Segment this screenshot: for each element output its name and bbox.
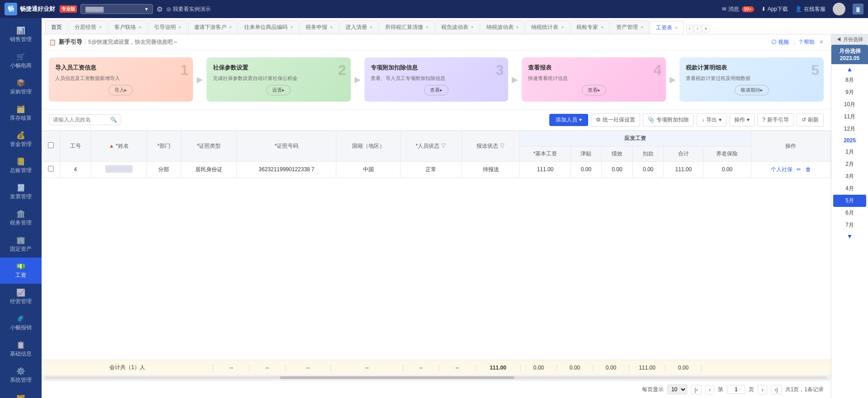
close-icon[interactable]: × [229,25,232,30]
online-service-btn[interactable]: 👤 在线客服 [795,5,826,13]
sidebar-item-invoice[interactable]: 🧾 发票管理 [0,179,42,205]
close-icon[interactable]: × [471,25,474,30]
tab-close-all-btn[interactable]: × [702,25,710,33]
app-download-btn[interactable]: ⬇ App下载 [761,5,788,13]
step-btn-1[interactable]: 导入▸ [108,85,133,95]
close-icon[interactable]: × [330,25,333,30]
month-5[interactable]: 5月 [833,195,866,207]
first-page-btn[interactable]: |‹ [691,385,702,394]
last-page-btn[interactable]: ›| [771,385,782,394]
close-icon[interactable]: × [641,25,643,30]
next-page-btn[interactable]: › [758,385,767,394]
video-link[interactable]: ◎ 视频 [771,38,789,46]
tab-tax-expert[interactable]: 税检专家 × [571,20,609,34]
close-icon[interactable]: × [139,25,142,30]
tab-clearance[interactable]: 进入清册 × [340,20,378,34]
gear-icon[interactable]: ⚙ [156,5,163,14]
tab-guide[interactable]: 引导说明 × [148,20,187,34]
scroll-bar-track[interactable] [45,376,827,379]
sidebar-item-payroll[interactable]: 💵 工资 [0,258,42,284]
message-btn[interactable]: ✉ 消息 99+ [722,5,754,13]
scroll-up-btn[interactable]: ▲ [831,64,868,74]
search-input[interactable] [53,117,108,123]
sidebar-item-expense[interactable]: 🧳 小畅报销 [0,310,42,336]
close-icon[interactable]: × [290,25,293,30]
month-1[interactable]: 1月 [831,146,868,158]
tab-tax-burden[interactable]: 税负波动表 × [435,20,480,34]
user-menu[interactable]: ▓ [853,4,863,14]
import-btn[interactable]: 导入▸ [108,85,133,95]
company-selector[interactable]: ▓▓▓▓▓ ▾ [80,4,153,14]
coming-soon-btn[interactable]: 敬请期待▸ [735,85,769,95]
sidebar-item-inventory[interactable]: 🗂️ 库存核算 [0,100,42,126]
month-6[interactable]: 6月 [831,207,868,219]
close-icon[interactable]: × [601,25,604,30]
sidebar-item-system[interactable]: ⚙️ 系统管理 [0,362,42,389]
tab-customer[interactable]: 客户联络 × [108,20,147,34]
search-icon[interactable]: 🔍 [110,117,117,123]
sidebar-item-assets[interactable]: 🏢 固定资产 [0,231,42,258]
tab-invite[interactable]: 邀请下游客户 × [188,20,238,34]
tab-home[interactable]: 首页 [45,20,68,34]
scroll-down-btn[interactable]: ▼ [831,231,868,241]
add-person-btn[interactable]: 添加人员 ▾ [549,114,588,126]
tab-asset-mgmt[interactable]: 资产管理 × [610,20,649,34]
month-7[interactable]: 7月 [831,219,868,231]
special-deduction-btn[interactable]: 📎 专项附加扣除 [643,113,694,126]
tab-hierarchical[interactable]: 分层经营 × [69,20,108,34]
edit-icon[interactable]: ✏ [797,166,801,173]
sidebar-item-finance[interactable]: 💰 资金管理 [0,126,42,153]
panel-collapse-btn[interactable]: ◀ 月份选择 [831,34,868,45]
month-4[interactable]: 4月 [831,183,868,195]
tab-tax-return[interactable]: 税务申报 × [300,20,339,34]
search-box[interactable]: 🔍 [49,114,121,125]
sidebar-item-operations[interactable]: 📈 经营管理 [0,284,42,310]
prev-page-btn[interactable]: ‹ [705,385,714,394]
refresh-btn[interactable]: ↺ 刷新 [797,113,824,126]
new-guide-btn[interactable]: ? 新手引导 [757,113,794,126]
social-security-setting-btn[interactable]: ⚙ 统一社保设置 [591,113,640,126]
tab-income-tax[interactable]: 所得税汇算清缴 × [379,20,434,34]
export-btn[interactable]: ↓ 导出 ▾ [697,113,726,126]
per-page-select[interactable]: 10 20 50 [667,384,687,394]
personal-social-link[interactable]: 个人社保 [771,166,793,173]
view-btn-3[interactable]: 查看▸ [424,85,448,95]
sidebar-item-collab[interactable]: 🤝 企业协同 [0,389,42,398]
close-icon[interactable]: × [99,25,102,30]
close-icon[interactable]: × [370,25,373,30]
month-2[interactable]: 2月 [831,158,868,170]
month-3[interactable]: 3月 [831,170,868,183]
operations-btn[interactable]: 操作 ▾ [729,113,755,126]
scroll-bar-thumb[interactable] [280,376,514,379]
guide-close-btn[interactable]: ✕ [819,39,824,45]
filter-icon2[interactable]: ▽ [500,143,505,149]
sidebar-item-ecommerce[interactable]: 🛒 小畅电商 [0,48,42,74]
month-8[interactable]: 8月 [831,74,868,86]
tab-prev-btn[interactable]: ‹ [686,25,693,33]
tab-payroll[interactable]: 工资表 × [650,21,684,34]
close-icon[interactable]: × [675,25,678,30]
select-all-checkbox[interactable] [48,142,54,148]
close-icon[interactable]: × [516,25,519,30]
sidebar-item-purchase[interactable]: 📦 采购管理 [0,74,42,100]
tab-tax-fluctuation[interactable]: 纳税波动表 × [481,20,525,34]
delete-icon[interactable]: 🗑 [806,166,811,173]
tab-next-btn[interactable]: › [694,25,701,33]
view-btn-4[interactable]: 查看▸ [582,85,606,95]
sidebar-item-ledger[interactable]: 📒 总账管理 [0,153,42,179]
page-input[interactable] [727,385,745,394]
sidebar-item-tax[interactable]: 🏛️ 税务管理 [0,205,42,231]
row-select-checkbox[interactable] [48,166,54,172]
help-link[interactable]: ? 帮助 [799,38,815,46]
avatar[interactable] [833,3,845,15]
sidebar-item-basic[interactable]: 📋 基础信息 [0,336,42,362]
setting-btn[interactable]: 设置▸ [266,85,291,95]
month-9[interactable]: 9月 [831,86,868,98]
month-10[interactable]: 10月 [831,98,868,111]
close-icon[interactable]: × [561,25,564,30]
month-11[interactable]: 11月 [831,111,868,123]
sidebar-item-sales[interactable]: 📊 销售管理 [0,22,42,48]
tab-tax-stats[interactable]: 纳税统计表 × [525,20,570,34]
tab-product-code[interactable]: 往来单位商品编码 × [238,20,299,34]
close-icon[interactable]: × [179,25,181,30]
